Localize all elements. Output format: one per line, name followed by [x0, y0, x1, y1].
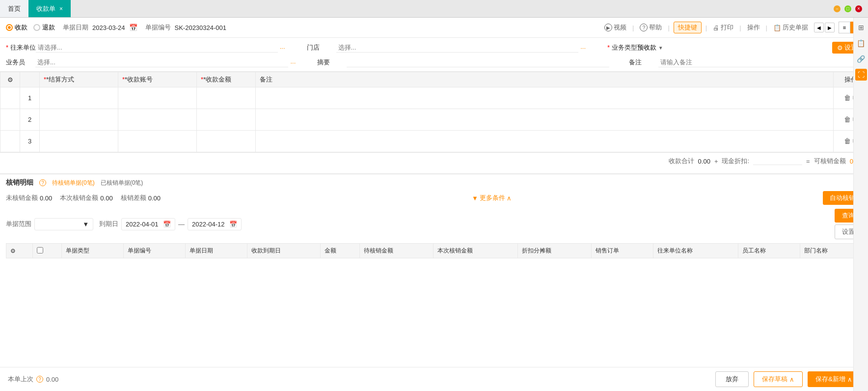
- history-button[interactable]: 📋 历史单据: [771, 22, 810, 33]
- store-input[interactable]: [336, 43, 579, 53]
- row1-settings: [0, 87, 20, 109]
- shortcut-button[interactable]: 快捷键: [674, 22, 702, 33]
- unclaimed-stat: 未核销金额 0.00: [6, 194, 52, 202]
- toolbar: 收款 退款 单据日期 2023-03-24 📅 单据编号 SK-20230324…: [0, 18, 868, 38]
- draft-arrow-icon: ∧: [789, 376, 794, 383]
- row2-settlement[interactable]: [40, 109, 118, 131]
- operation-button[interactable]: 操作: [745, 22, 762, 33]
- doc-date-calendar-icon[interactable]: 📅: [129, 24, 137, 31]
- current-label: 本次核销金额: [60, 194, 98, 202]
- row2-amount[interactable]: [197, 109, 256, 131]
- sidebar-expand-icon[interactable]: ⛶: [855, 69, 867, 81]
- nav-arrows: ◀ ▶: [814, 23, 835, 32]
- row3-delete-icon[interactable]: 🗑: [844, 137, 851, 145]
- footer: 本单上次 ? 0.00 放弃 保存草稿 ∧ 保存&新增 ∧: [0, 367, 868, 391]
- doc-range-filter: 单据范围 ▼: [6, 218, 93, 230]
- btcol-type-header: 单据类型: [61, 244, 123, 258]
- recon-info-icon[interactable]: ?: [39, 179, 46, 186]
- remark-label: 备注: [629, 58, 658, 67]
- row3-account[interactable]: [118, 131, 197, 152]
- counterpart-ellipsis-icon[interactable]: ···: [278, 44, 287, 52]
- close-button[interactable]: ×: [855, 5, 862, 12]
- row1-amount[interactable]: [197, 87, 256, 109]
- store-ellipsis-icon[interactable]: ···: [578, 44, 588, 52]
- settings-gear-icon: ⚙: [837, 44, 843, 52]
- select-all-checkbox[interactable]: [37, 247, 43, 253]
- radio-tuikuan[interactable]: 退款: [33, 23, 55, 32]
- row2-note[interactable]: [256, 109, 834, 131]
- due-date-end-input[interactable]: 2022-04-12 📅: [188, 218, 242, 230]
- counterpart-input[interactable]: [36, 43, 278, 53]
- sidebar-table-icon[interactable]: ⊞: [855, 22, 867, 33]
- col-amount-label: *收款金额: [203, 76, 231, 83]
- operation-label: 操作: [747, 23, 760, 32]
- row1-account[interactable]: [118, 87, 197, 109]
- reconciliation-section: 核销明细 ? 待核销单据(0笔) 已核销单据(0笔) 未核销金额 0.00 本次…: [0, 173, 868, 367]
- unclaimed-value: 0.00: [40, 195, 52, 202]
- row1-note[interactable]: [256, 87, 834, 109]
- doc-range-arrow-icon: ▼: [82, 221, 89, 228]
- footer-info-icon[interactable]: ?: [36, 376, 43, 383]
- remark-input[interactable]: [658, 57, 862, 67]
- settings-gear-header-icon: ⚙: [7, 76, 13, 84]
- filter-icon: ▼: [472, 195, 478, 202]
- row2-delete-icon[interactable]: 🗑: [844, 115, 851, 124]
- minimize-button[interactable]: －: [834, 5, 841, 12]
- salesperson-field: 业务员 ···: [6, 57, 298, 67]
- list-view-btn[interactable]: ≡: [839, 22, 850, 33]
- salesperson-input[interactable]: [35, 57, 288, 67]
- video-button[interactable]: ▶ 视频: [602, 22, 628, 33]
- tab-done[interactable]: 已核销单据(0笔): [101, 179, 143, 187]
- row3-note[interactable]: [256, 131, 834, 152]
- help-button[interactable]: ? 帮助: [638, 22, 664, 33]
- nav-prev[interactable]: ◀: [814, 23, 824, 32]
- plus-sign: +: [714, 158, 718, 165]
- print-label: 打印: [721, 23, 733, 32]
- salesperson-ellipsis-icon[interactable]: ···: [288, 59, 298, 66]
- due-date-label: 到期日: [99, 220, 118, 228]
- sidebar-doc-icon[interactable]: 📋: [855, 37, 867, 49]
- more-conditions-btn[interactable]: ▼ 更多条件 ∧: [472, 194, 512, 202]
- save-new-arrow-icon: ∧: [847, 376, 852, 383]
- row3-settlement[interactable]: [40, 131, 118, 152]
- cash-discount-input[interactable]: [753, 157, 802, 165]
- tab-shoukuan[interactable]: 收款单 ×: [28, 0, 71, 17]
- row2-settings: [0, 109, 20, 131]
- radio-shoukuan[interactable]: 收款: [6, 23, 27, 32]
- discard-button[interactable]: 放弃: [715, 371, 749, 387]
- summary-input[interactable]: [347, 57, 609, 67]
- business-type-arrow-icon: ▼: [658, 45, 663, 51]
- row1-settlement[interactable]: [40, 87, 118, 109]
- row1-delete-icon[interactable]: 🗑: [844, 94, 851, 102]
- tab-pending[interactable]: 待核销单据(0笔): [52, 179, 95, 187]
- chevron-up-icon: ∧: [507, 195, 512, 202]
- doc-range-select[interactable]: ▼: [34, 218, 93, 230]
- data-table-section: ⚙ **结算方式 **收款账号 **收款金额 备注 操作: [0, 72, 868, 152]
- col-settings-header[interactable]: ⚙: [0, 72, 20, 87]
- tab-close-icon[interactable]: ×: [59, 5, 63, 12]
- summary-field: 摘要: [317, 57, 609, 67]
- tab-home[interactable]: 首页: [0, 0, 28, 17]
- doc-num-label: 单据编号: [145, 23, 171, 32]
- form-section: 往来单位 ··· 门店 ··· 业务类型 预收款 ▼ ⚙ 设置: [0, 38, 868, 72]
- print-button[interactable]: 🖨 打印: [711, 22, 735, 33]
- nav-next[interactable]: ▶: [825, 23, 835, 32]
- row3-amount[interactable]: [197, 131, 256, 152]
- row2-account[interactable]: [118, 109, 197, 131]
- btcol-checkbox-header[interactable]: [33, 244, 61, 258]
- save-draft-button[interactable]: 保存草稿 ∧: [754, 371, 803, 387]
- col-num-header: [20, 72, 40, 87]
- col-amount-header: **收款金额: [197, 72, 256, 87]
- save-new-button[interactable]: 保存&新增 ∧: [808, 371, 860, 387]
- col-account-label: *收款账号: [125, 76, 153, 83]
- btcol-settings-header[interactable]: ⚙: [6, 244, 33, 258]
- payment-table: ⚙ **结算方式 **收款账号 **收款金额 备注 操作: [0, 72, 868, 152]
- maximize-button[interactable]: □: [844, 5, 851, 12]
- sidebar-link-icon[interactable]: 🔗: [855, 53, 867, 65]
- this-doc-value: 0.00: [46, 376, 58, 383]
- business-type-select[interactable]: 预收款 ▼: [637, 43, 832, 52]
- btcol-store-header: 部门名称: [800, 244, 862, 258]
- calendar-end-icon: 📅: [229, 221, 237, 228]
- due-date-start-input[interactable]: 2022-04-01 📅: [121, 218, 175, 230]
- doc-date-value: 2023-03-24: [92, 24, 125, 31]
